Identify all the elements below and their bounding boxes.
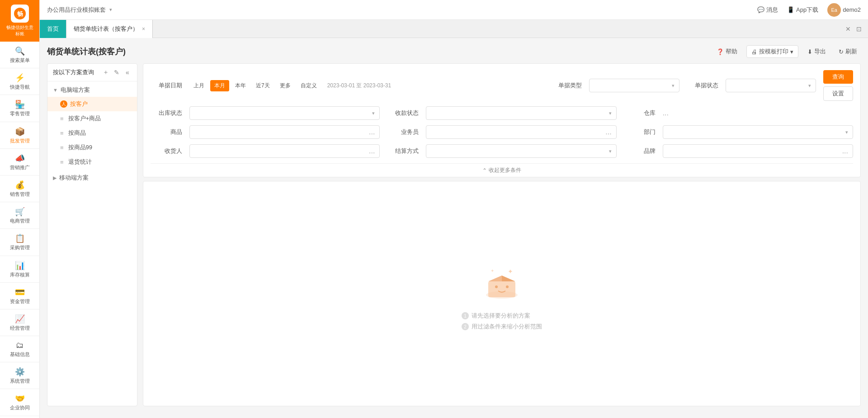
scheme-goods99-icon: ≡	[60, 144, 64, 151]
message-btn[interactable]: 💬 消息	[757, 6, 778, 14]
scheme-return[interactable]: ≡ 退货统计	[47, 155, 137, 169]
scheme-icon-char: ≡	[60, 115, 64, 122]
sidebar-item-newguide[interactable]: 🎯 新手引导	[0, 416, 39, 418]
settings-button[interactable]: 设置	[823, 86, 853, 101]
svg-rect-3	[488, 281, 515, 297]
order-type-label: 单据类型	[550, 81, 582, 90]
date-tab-lastmonth[interactable]: 上月	[189, 80, 208, 91]
quick-icon: ⚡	[15, 73, 25, 83]
breadcrumb-dropdown[interactable]: ▾	[109, 7, 112, 13]
date-tab-custom[interactable]: 自定义	[297, 80, 321, 91]
out-status-label: 出库状态	[151, 109, 182, 117]
brand-dots[interactable]: ...	[842, 147, 848, 155]
finance-icon: 💳	[15, 287, 25, 297]
tab-home[interactable]: 首页	[40, 20, 66, 38]
refresh-btn[interactable]: ↻ 刷新	[835, 46, 861, 57]
payment-select[interactable]: ▾	[426, 144, 616, 158]
sidebar-item-label: 批发管理	[10, 138, 30, 144]
goods-label: 商品	[151, 128, 182, 136]
tab-sales-stats[interactable]: 销货单统计表（按客户） ×	[66, 20, 153, 38]
print-btn[interactable]: 🖨 按模板打印 ▾	[746, 45, 798, 58]
window-controls: ✕ ⊡	[839, 25, 868, 33]
sidebar-item-finance[interactable]: 💳 资金管理	[0, 283, 39, 309]
out-status-select[interactable]: ▾	[189, 106, 380, 120]
receipt-status-select[interactable]: ▾	[426, 106, 616, 120]
collapse-label: 收起更多条件	[489, 166, 521, 174]
data-area: ✦ ✦ 1 请先选择要分析的方案 2 用过滤条件来缩小分析范围	[143, 181, 861, 406]
query-button[interactable]: 查询	[823, 70, 853, 84]
order-status-control: ▾	[726, 79, 816, 92]
export-icon: ⬇	[807, 48, 812, 55]
topbar: 办公用品行业模拟账套 ▾ 💬 消息 📱 App下载 Ea demo2	[40, 0, 868, 20]
order-status-select[interactable]: ▾	[726, 79, 816, 92]
date-tab-thisyear[interactable]: 本年	[231, 80, 250, 91]
brand-select[interactable]: ...	[663, 144, 853, 158]
sidebar-item-label: 搜索菜单	[10, 57, 30, 63]
sidebar-item-purchase[interactable]: 📋 采购管理	[0, 229, 39, 256]
edit-scheme-btn[interactable]: ✎	[113, 68, 121, 76]
scheme-goods99-label: 按商品99	[68, 143, 92, 152]
goods-control: ...	[189, 125, 380, 139]
receiver-select[interactable]: ...	[189, 144, 380, 158]
app-download-btn[interactable]: 📱 App下载	[787, 6, 818, 14]
goods-select[interactable]: ...	[189, 125, 380, 139]
scheme-customer-goods[interactable]: ≡ 按客户+商品	[47, 111, 137, 126]
date-label: 单据日期	[151, 81, 182, 90]
pc-section-header[interactable]: ▼ 电脑端方案	[47, 83, 137, 97]
sidebar-item-operation[interactable]: 📈 经营管理	[0, 309, 39, 336]
salesperson-select[interactable]: ...	[426, 125, 616, 139]
sidebar-item-enterprise[interactable]: 🤝 企业协同	[0, 389, 39, 416]
empty-num-2: 2	[462, 323, 469, 330]
filter-row-1: 单据日期 上月 本月 本年 近7天 更多 自定义 2023-03-01 至 20…	[151, 70, 853, 101]
mobile-section-header[interactable]: ▶ 移动端方案	[47, 171, 137, 185]
date-tab-7days[interactable]: 近7天	[252, 80, 274, 91]
sidebar-item-retail[interactable]: 🏪 零售管理	[0, 95, 39, 122]
purchase-icon: 📋	[15, 233, 25, 243]
order-type-select[interactable]: ▾	[589, 79, 679, 92]
sidebar-item-quick[interactable]: ⚡ 快捷导航	[0, 68, 39, 95]
sidebar-item-basic[interactable]: 🗂 基础信息	[0, 336, 39, 362]
sidebar-item-label: 企业协同	[10, 405, 30, 411]
salesperson-dots[interactable]: ...	[605, 128, 611, 136]
tab-close-btn[interactable]: ×	[142, 26, 145, 32]
svg-text:✦: ✦	[491, 268, 494, 273]
add-scheme-btn[interactable]: ＋	[102, 68, 110, 76]
sidebar-item-sales[interactable]: 💰 销售管理	[0, 176, 39, 202]
salesperson-control: ...	[426, 125, 616, 139]
scheme-goods[interactable]: ≡ 按商品	[47, 126, 137, 140]
enterprise-icon: 🤝	[15, 394, 25, 404]
window-close-btn[interactable]: ✕	[844, 25, 852, 33]
goods-dots[interactable]: ...	[369, 128, 375, 136]
dept-select[interactable]: ▾	[663, 125, 853, 139]
sidebar-item-marketing[interactable]: 📣 营销推广	[0, 149, 39, 176]
scheme-customer[interactable]: 人 按客户	[47, 97, 137, 111]
sidebar-item-wholesale[interactable]: 📦 批发管理	[0, 122, 39, 149]
warehouse-picker[interactable]: ...	[663, 109, 669, 117]
help-btn[interactable]: ❓ 帮助	[713, 46, 741, 57]
sidebar-item-search[interactable]: 🔍 搜索菜单	[0, 42, 39, 68]
app-label: App下载	[796, 6, 818, 14]
help-label: 帮助	[726, 48, 737, 56]
payment-label: 结算方式	[387, 147, 419, 155]
user-menu[interactable]: Ea demo2	[827, 3, 861, 17]
scheme-customer-goods-label: 按客户+商品	[68, 114, 101, 123]
retail-icon: 🏪	[15, 100, 25, 109]
sidebar-item-ecommerce[interactable]: 🛒 电商管理	[0, 202, 39, 229]
date-tab-thismonth[interactable]: 本月	[210, 80, 229, 91]
sidebar-logo-text: 畅捷信好生意	[6, 24, 33, 31]
date-tab-more[interactable]: 更多	[276, 80, 295, 91]
warehouse-label: 仓库	[624, 109, 656, 117]
window-maximize-btn[interactable]: ⊡	[855, 25, 863, 33]
export-btn[interactable]: ⬇ 导出	[804, 46, 830, 57]
sidebar-item-stock[interactable]: 📊 库存核算	[0, 256, 39, 283]
receiver-dots[interactable]: ...	[369, 147, 375, 155]
collapse-panel-btn[interactable]: «	[123, 68, 132, 76]
page-title-row: 销货单统计表(按客户) ❓ 帮助 🖨 按模板打印 ▾ ⬇ 导出 ↻ 刷新	[47, 45, 861, 58]
collapse-filter-btn[interactable]: ⌃ 收起更多条件	[151, 163, 853, 177]
sidebar-item-system[interactable]: ⚙️ 系统管理	[0, 362, 39, 389]
order-type-control[interactable]: ▾	[589, 79, 679, 92]
help-icon: ❓	[717, 48, 724, 55]
refresh-label: 刷新	[845, 48, 857, 56]
scheme-goods99[interactable]: ≡ 按商品99	[47, 140, 137, 155]
basic-icon: 🗂	[16, 341, 24, 350]
